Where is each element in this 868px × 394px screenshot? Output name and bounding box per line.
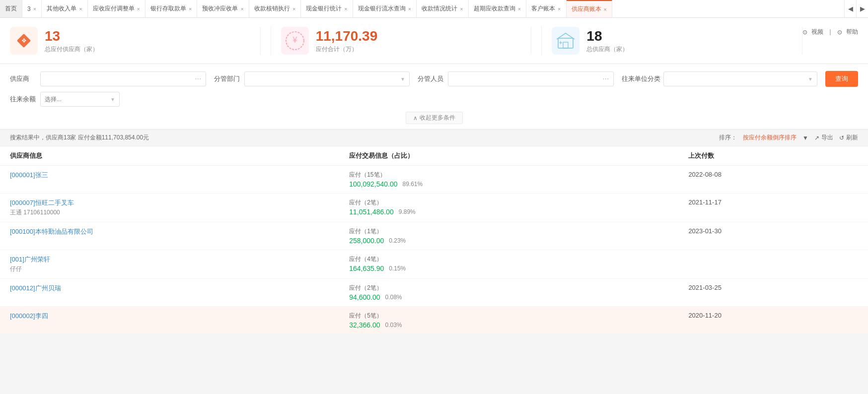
supplier-info-cell: [000002]李四 <box>10 312 349 329</box>
nav-tab-prepay-charge[interactable]: 预收冲应收单× <box>197 0 249 18</box>
table-body: [000001]张三应付（15笔）100,092,540.0089.61%202… <box>0 166 868 334</box>
export-icon: ↗ <box>814 134 819 141</box>
search-button[interactable]: 查询 <box>825 71 858 87</box>
collapse-label: 收起更多条件 <box>420 114 455 122</box>
category-input-wrapper[interactable]: ▼ <box>663 71 818 86</box>
tx-amount[interactable]: 94,600.00 <box>349 293 380 301</box>
divider2 <box>541 26 542 56</box>
refresh-label: 刷新 <box>846 133 858 142</box>
close-tab-cash-bank-flow[interactable]: × <box>408 6 411 12</box>
table-row: [000100]本特勤油品有限公司应付（1笔）258,000.000.23%20… <box>0 222 868 250</box>
stat-total-payable-amount: ¥ 11,170.39 应付合计（万） <box>281 27 532 55</box>
nav-tab-ar-ap-adjust[interactable]: 应收应付调整单× <box>88 0 145 18</box>
category-label: 往来单位分类 <box>622 74 660 83</box>
supplier-label: 供应商 <box>10 74 37 83</box>
person-dots: ··· <box>602 74 609 83</box>
tx-percent: 0.08% <box>385 294 402 301</box>
filter-category: 往来单位分类 ▼ <box>622 71 818 86</box>
supplier-link[interactable]: [000012]广州贝瑞 <box>10 284 61 292</box>
close-tab-overdue-ar[interactable]: × <box>518 6 521 12</box>
nav-next-arrow[interactable]: ▶ <box>856 0 868 18</box>
nav-tab-bank-deposit[interactable]: 银行存取款单× <box>145 0 197 18</box>
export-button[interactable]: ↗ 导出 <box>814 133 833 142</box>
tx-info-cell: 应付（15笔）100,092,540.0089.61% <box>349 171 688 188</box>
nav-tab-cash-bank-flow[interactable]: 现金银行流水查询× <box>353 0 417 18</box>
supplier-link[interactable]: [000002]李四 <box>10 312 48 320</box>
close-tab-bank-deposit[interactable]: × <box>189 6 192 12</box>
tx-amount[interactable]: 100,092,540.00 <box>349 180 397 188</box>
dept-input-wrapper[interactable]: ▼ <box>244 71 410 86</box>
supplier-info-cell: [000007]恒旺二手叉车王通 17106110000 <box>10 198 349 217</box>
sort-select[interactable]: 按应付余额倒序排序 <box>743 133 796 142</box>
filter-row-2: 往来余额 ▼ <box>10 92 858 107</box>
stat-total-payable-suppliers: ❖ 13 总应付供应商（家） <box>10 27 261 55</box>
supplier-link[interactable]: [000007]恒旺二手叉车 <box>10 199 74 206</box>
svg-rect-5 <box>563 42 568 48</box>
person-input[interactable] <box>452 75 602 82</box>
balance-input-wrapper[interactable]: ▼ <box>40 92 120 107</box>
close-tab-collection-verify[interactable]: × <box>292 6 295 12</box>
table-row: [000001]张三应付（15笔）100,092,540.0089.61%202… <box>0 166 868 194</box>
nav-tab-other-income[interactable]: 其他收入单× <box>42 0 87 18</box>
close-tab-prepay-charge[interactable]: × <box>240 6 243 12</box>
stat-number-total-suppliers: 18 <box>586 28 628 45</box>
last-pay-cell: 2020-11-20 <box>688 312 858 329</box>
supplier-link[interactable]: [000100]本特勤油品有限公司 <box>10 228 93 235</box>
nav-tab-cash-bank-stats[interactable]: 现金银行统计× <box>301 0 353 18</box>
last-pay-cell <box>688 255 858 273</box>
help-icon: ⊙ <box>837 29 842 36</box>
tx-amount[interactable]: 258,000.00 <box>349 237 384 245</box>
sort-label: 排序： <box>719 133 737 142</box>
nav-prev-arrow[interactable]: ◀ <box>844 0 856 18</box>
stat-number-payable-suppliers: 13 <box>45 28 98 45</box>
supplier-input-wrapper[interactable]: ··· <box>40 71 206 86</box>
balance-input[interactable] <box>45 96 110 103</box>
nav-tab-overdue-ar[interactable]: 超期应收款查询× <box>469 0 526 18</box>
video-link[interactable]: 视频 <box>811 28 823 36</box>
dept-arrow: ▼ <box>400 76 405 82</box>
supplier-link[interactable]: [001]广州荣轩 <box>10 256 50 263</box>
nav-tab-tab3[interactable]: 3× <box>22 0 42 18</box>
filter-person: 分管人员 ··· <box>418 71 614 86</box>
close-tab-cash-bank-stats[interactable]: × <box>344 6 347 12</box>
tx-amount[interactable]: 11,051,486.00 <box>349 208 394 216</box>
stat-number-payable-amount: 11,170.39 <box>316 28 378 45</box>
svg-text:¥: ¥ <box>292 36 297 44</box>
top-navigation: 首页3×其他收入单×应收应付调整单×银行存取款单×预收冲应收单×收款核销执行×现… <box>0 0 868 18</box>
last-pay-date: 2023-01-30 <box>688 227 722 235</box>
filter-supplier: 供应商 ··· <box>10 71 206 86</box>
stat-label-total-suppliers: 总供应商（家） <box>586 45 628 54</box>
table-row: [001]广州荣轩仔仔应付（4笔）164,635.900.15% <box>0 250 868 279</box>
link-divider: ｜ <box>827 28 833 36</box>
category-input[interactable] <box>668 75 808 82</box>
svg-text:❖: ❖ <box>21 37 27 44</box>
help-link[interactable]: 帮助 <box>846 28 858 36</box>
coin-icon: ¥ <box>281 27 309 55</box>
close-tab-collection-stats[interactable]: × <box>460 6 463 12</box>
nav-tab-collection-verify[interactable]: 收款核销执行× <box>249 0 301 18</box>
col-header-tx: 应付交易信息（占比） <box>349 151 688 160</box>
close-tab-other-income[interactable]: × <box>79 6 82 12</box>
nav-tab-customer-ledger[interactable]: 客户账本× <box>526 0 566 18</box>
last-pay-date: 2021-03-25 <box>688 284 722 291</box>
close-tab-ar-ap-adjust[interactable]: × <box>137 6 140 12</box>
tx-percent: 0.23% <box>389 237 406 244</box>
person-input-wrapper[interactable]: ··· <box>448 71 614 86</box>
tx-amount[interactable]: 32,366.00 <box>349 321 380 329</box>
collapse-button[interactable]: ∧ 收起更多条件 <box>406 112 463 124</box>
close-tab-tab3[interactable]: × <box>33 6 36 12</box>
divider1 <box>271 26 271 56</box>
nav-tab-home[interactable]: 首页 <box>0 0 22 18</box>
close-tab-supplier-ledger[interactable]: × <box>604 6 607 12</box>
nav-tab-collection-stats[interactable]: 收款情况统计× <box>417 0 468 18</box>
nav-tab-supplier-ledger[interactable]: 供应商账本× <box>567 0 612 18</box>
supplier-input[interactable] <box>45 75 195 82</box>
video-icon: ⊙ <box>802 29 807 36</box>
last-pay-cell: 2021-03-25 <box>688 284 858 301</box>
refresh-button[interactable]: ↺ 刷新 <box>839 133 858 142</box>
dept-input[interactable] <box>249 75 401 82</box>
supplier-link[interactable]: [000001]张三 <box>10 171 48 179</box>
tx-label: 应付（15笔） <box>349 171 688 179</box>
close-tab-customer-ledger[interactable]: × <box>558 6 561 12</box>
tx-amount[interactable]: 164,635.90 <box>349 264 384 272</box>
